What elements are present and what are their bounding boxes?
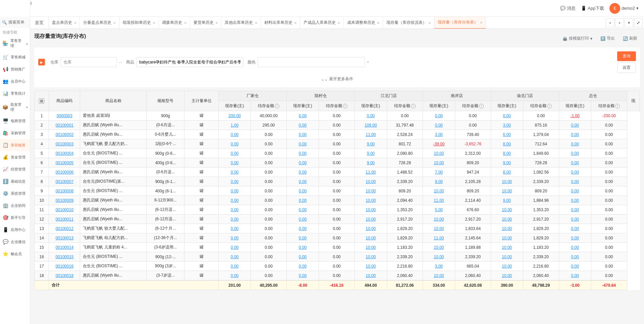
tab-prev-button[interactable]: ‹ (606, 18, 614, 27)
tab-close-all-button[interactable]: × (625, 18, 633, 27)
cell-data-0[interactable]: 0.00 (218, 149, 251, 158)
info-icon[interactable]: i (615, 104, 620, 108)
user-menu[interactable]: E demo2 ▾ (609, 3, 639, 14)
tab-close-icon[interactable]: × (74, 21, 76, 25)
cell-data-8[interactable]: 10.00 (491, 262, 523, 271)
sidebar-item-member2[interactable]: ⭐ 畅会员 (0, 248, 30, 260)
tab-close-icon[interactable]: × (153, 21, 155, 25)
cell-data-8[interactable]: 10.00 (491, 177, 523, 186)
sidebar-item-basic-info[interactable]: ℹ️ 基础信息 (0, 175, 30, 187)
cell-data-8[interactable]: 0.00 (491, 111, 523, 121)
tab-close-icon[interactable]: × (184, 21, 186, 25)
color-input[interactable] (258, 57, 365, 67)
cell-data-6[interactable]: 10.00 (423, 149, 455, 158)
cell-data-6[interactable]: 7.00 (423, 168, 455, 177)
cell-data-0[interactable]: 0.00 (218, 186, 251, 196)
cell-data-10[interactable]: 0.00 (559, 168, 591, 177)
cell-data-4[interactable]: 10.00 (355, 271, 387, 281)
cell-data-6[interactable]: 11.00 (423, 233, 455, 243)
cell-data-4[interactable]: 11.00 (355, 130, 387, 139)
cell-data-8[interactable]: 9.00 (491, 196, 523, 205)
cell-data-4[interactable]: 10.00 (355, 233, 387, 243)
cell-data-4[interactable]: 10.00 (355, 262, 387, 271)
cell-data-0[interactable]: 0.00 (218, 205, 251, 215)
tab-material-out[interactable]: 材料出库单历史 × (261, 17, 300, 29)
cell-data-6[interactable]: 11.00 (423, 196, 455, 205)
cell-data-0[interactable]: 200.00 (218, 111, 251, 121)
cell-code[interactable]: 00100016 (49, 262, 80, 271)
filter-arrow-icon[interactable]: ▶ (38, 59, 45, 65)
cell-data-10[interactable]: 0.00 (559, 271, 591, 281)
sidebar-item-guide[interactable]: 🎯 新手引导 (0, 212, 30, 224)
cell-data-2[interactable]: 0.00 (286, 224, 319, 233)
cell-data-10[interactable]: 0.00 (559, 262, 591, 271)
cell-data-4[interactable]: 9.00 (355, 149, 387, 158)
cell-code[interactable]: 00100011 (49, 215, 80, 224)
cell-data-8[interactable]: 10.00 (491, 205, 523, 215)
cell-data-2[interactable]: 0.00 (286, 121, 319, 130)
cell-data-6[interactable]: 5.00 (423, 205, 455, 215)
tab-inventory-history[interactable]: 盘点单历史 × (49, 17, 80, 29)
cell-data-0[interactable]: 0.00 (218, 262, 251, 271)
info-icon[interactable]: i (547, 104, 552, 108)
cell-data-8[interactable]: 10.00 (491, 252, 523, 262)
cell-data-10[interactable]: 0.00 (559, 158, 591, 168)
cell-data-4[interactable]: 10.00 (355, 205, 387, 215)
cell-data-4[interactable]: 10.00 (355, 215, 387, 224)
sidebar-item-retail-store[interactable]: 🛒 零售商城 (0, 51, 30, 63)
goods-input[interactable] (136, 57, 244, 67)
cell-data-6[interactable]: -39.00 (423, 139, 455, 149)
sidebar-item-ecommerce[interactable]: 🖥️ 电商管理 (0, 115, 30, 127)
cell-code[interactable]: 00100004 (49, 149, 80, 158)
color-dropdown-icon[interactable]: ▾ (367, 60, 369, 64)
cell-data-2[interactable]: 0.00 (286, 177, 319, 186)
cell-data-2[interactable]: 0.00 (286, 205, 319, 215)
tab-close-icon[interactable]: × (255, 21, 257, 25)
expand-conditions-button[interactable]: ⌄⌄ 展开更多条件 (321, 76, 353, 82)
cell-data-8[interactable]: 10.00 (491, 233, 523, 243)
cell-data-6[interactable]: 3.00 (423, 130, 455, 139)
cell-data-10[interactable]: 0.00 (559, 224, 591, 233)
cell-data-10[interactable]: -1.00 (559, 111, 591, 121)
cell-data-8[interactable]: 6.00 (491, 130, 523, 139)
cell-data-10[interactable]: 0.00 (559, 196, 591, 205)
sidebar-item-weixin[interactable]: 💬 企业微信 (0, 236, 30, 248)
cell-data-4[interactable]: 10.00 (355, 243, 387, 252)
cell-data-8[interactable]: 10.00 (491, 215, 523, 224)
sidebar-item-ops[interactable]: 📈 经营管理 (0, 163, 30, 175)
tab-close-icon[interactable]: × (338, 21, 340, 25)
info-icon[interactable]: i (343, 104, 347, 108)
cell-data-6[interactable]: 10.00 (423, 271, 455, 281)
cell-data-10[interactable]: 0.00 (559, 177, 591, 186)
cell-data-2[interactable]: 0.00 (286, 252, 319, 262)
tab-inventory-status[interactable]: 现存量（库存状况表） × (383, 17, 434, 29)
cell-data-0[interactable]: 0.00 (218, 252, 251, 262)
tab-product-in[interactable]: 产成品入库单历史 × (300, 17, 343, 29)
cell-data-0[interactable]: 0.00 (218, 243, 251, 252)
cell-code[interactable]: 00100018 (49, 271, 80, 281)
message-button[interactable]: 💬 消息 (560, 5, 576, 11)
tab-assembly[interactable]: 组装拆卸单历史 × (119, 17, 159, 29)
sidebar-item-inventory[interactable]: 📋 库存核算 (0, 139, 30, 151)
cell-code[interactable]: 00100005 (49, 158, 80, 168)
info-icon[interactable]: i (411, 104, 416, 108)
cell-data-10[interactable]: 0.00 (559, 233, 591, 243)
cell-data-4[interactable]: 10.00 (355, 186, 387, 196)
cell-data-2[interactable]: 0.00 (286, 158, 319, 168)
tab-partial-inventory[interactable]: 分量盘点单历史 × (80, 17, 119, 29)
warehouse-more-icon[interactable]: ··· (119, 60, 122, 64)
cell-data-0[interactable]: 0.00 (218, 271, 251, 281)
cell-code[interactable]: 00100002 (49, 130, 80, 139)
cell-data-2[interactable]: 0.00 (286, 139, 319, 149)
cell-data-6[interactable]: 10.00 (423, 215, 455, 224)
cell-code[interactable]: 00100014 (49, 243, 80, 252)
cell-code[interactable]: 0000003 (49, 111, 80, 121)
cell-data-6[interactable]: 0.00 (423, 111, 455, 121)
cell-data-10[interactable]: 0.00 (559, 121, 591, 130)
cell-data-8[interactable]: 10.00 (491, 186, 523, 196)
cell-data-6[interactable]: 10.00 (423, 186, 455, 196)
cell-data-2[interactable]: 0.00 (286, 168, 319, 177)
cell-data-10[interactable]: 0.00 (559, 130, 591, 139)
cell-code[interactable]: 00100001 (49, 121, 80, 130)
warehouse-input[interactable] (60, 57, 117, 67)
